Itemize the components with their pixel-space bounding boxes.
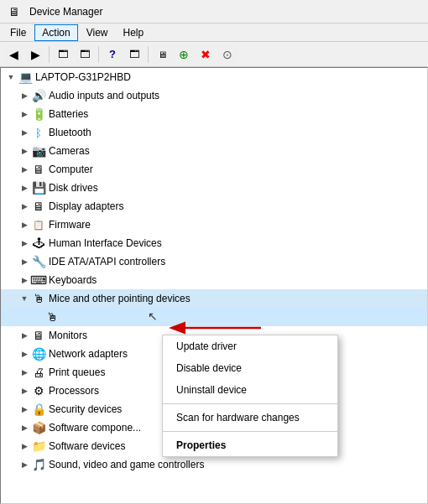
toolbar-btn-update[interactable]: ⊙: [217, 44, 237, 65]
mice-sub-icon: 🖱: [44, 309, 60, 325]
toolbar-btn-7[interactable]: 🖥: [152, 44, 172, 65]
keyboard-icon: ⌨: [31, 273, 46, 288]
item-label: IDE ATA/ATAPI controllers: [49, 256, 165, 268]
menu-file[interactable]: File: [3, 25, 33, 40]
item-label: Computer: [49, 164, 93, 175]
swdev-icon: 📁: [31, 439, 46, 454]
toolbar-btn-remove[interactable]: ✖: [196, 44, 216, 65]
toolbar: ◀ ▶ 🗔 🗔 ? 🗔 🖥 ⊕ ✖ ⊙: [0, 42, 428, 67]
expand-icon: ▶: [18, 384, 31, 397]
expand-icon: ▶: [18, 458, 31, 471]
expand-icon: ▶: [18, 144, 31, 158]
list-item[interactable]: ▶ 🔊 Audio inputs and outputs: [1, 86, 427, 105]
menu-view[interactable]: View: [80, 25, 115, 40]
title-bar: 🖥 Device Manager: [0, 0, 428, 23]
scan-hardware-item[interactable]: Scan for hardware changes: [163, 407, 337, 429]
ide-icon: 🔧: [31, 254, 46, 269]
mice-item[interactable]: ▼ 🖱 Mice and other pointing devices: [1, 289, 427, 308]
tree-root[interactable]: ▼ 💻 LAPTOP-G31P2HBD: [1, 68, 427, 86]
expand-icon: [31, 310, 44, 324]
list-item[interactable]: ▶ ᛒ Bluetooth: [1, 123, 427, 142]
expand-icon: ▶: [18, 329, 31, 342]
properties-item[interactable]: Properties: [163, 434, 337, 456]
processor-icon: ⚙: [31, 383, 46, 398]
list-item[interactable]: ▶ 🔧 IDE ATA/ATAPI controllers: [1, 252, 427, 271]
bluetooth-icon: ᛒ: [31, 125, 46, 140]
list-item[interactable]: ▶ 💾 Disk drives: [1, 179, 427, 197]
toolbar-btn-4[interactable]: 🗔: [75, 44, 95, 65]
list-item[interactable]: ▶ ⌨ Keyboards: [1, 271, 427, 289]
expand-icon: ▶: [18, 200, 31, 213]
expand-icon: ▶: [18, 347, 31, 361]
mice-subitem[interactable]: 🖱 ↖: [1, 308, 427, 326]
expand-icon: ▶: [18, 218, 31, 231]
item-label: Software compone...: [49, 422, 141, 434]
list-item[interactable]: ▶ 🖥 Display adapters: [1, 197, 427, 216]
disable-device-item[interactable]: Disable device: [163, 357, 337, 379]
mice-icon: 🖱: [31, 291, 46, 306]
expand-icon: ▶: [18, 126, 31, 139]
expand-icon: ▶: [18, 403, 31, 416]
toolbar-btn-add[interactable]: ⊕: [174, 44, 194, 65]
window-title: Device Manager: [29, 6, 102, 18]
update-driver-item[interactable]: Update driver: [163, 335, 337, 357]
cameras-icon: 📷: [31, 143, 46, 158]
uninstall-device-item[interactable]: Uninstall device: [163, 379, 337, 401]
root-label: LAPTOP-G31P2HBD: [35, 71, 131, 83]
disk-icon: 💾: [31, 180, 46, 195]
help-button[interactable]: ?: [102, 44, 123, 65]
expand-icon: ▼: [18, 292, 31, 305]
toolbar-sep-2: [98, 46, 99, 63]
toolbar-sep-1: [49, 46, 50, 63]
expand-icon: ▶: [18, 255, 31, 268]
root-expand-icon: ▼: [4, 70, 18, 84]
batteries-icon: 🔋: [31, 107, 46, 122]
device-tree[interactable]: ▼ 💻 LAPTOP-G31P2HBD ▶ 🔊 Audio inputs and…: [0, 67, 428, 504]
item-label: Monitors: [49, 330, 87, 341]
list-item[interactable]: ▶ 🎵 Sound, video and game controllers: [1, 455, 427, 474]
toolbar-btn-6[interactable]: 🗔: [124, 44, 144, 65]
expand-icon: ▶: [18, 273, 31, 287]
menu-action[interactable]: Action: [34, 24, 77, 41]
expand-icon: ▶: [18, 236, 31, 250]
list-item[interactable]: ▶ 📷 Cameras: [1, 142, 427, 160]
root-icon: 💻: [18, 70, 33, 85]
expand-icon: ▶: [18, 439, 31, 453]
network-icon: 🌐: [31, 346, 46, 361]
computer-icon: 🖥: [31, 162, 46, 177]
item-label: Human Interface Devices: [49, 237, 162, 249]
item-label: Software devices: [49, 440, 125, 452]
sound-icon: 🎵: [31, 457, 46, 472]
expand-icon: ▶: [18, 421, 31, 434]
item-label: Firmware: [49, 219, 91, 231]
toolbar-sep-3: [148, 46, 149, 63]
item-label: Security devices: [49, 403, 122, 415]
app-icon: 🖥: [7, 4, 22, 19]
back-button[interactable]: ◀: [3, 44, 23, 65]
list-item[interactable]: ▶ 🔋 Batteries: [1, 105, 427, 123]
monitors-icon: 🖥: [31, 328, 46, 343]
item-label: Print queues: [49, 366, 105, 378]
item-label: Sound, video and game controllers: [49, 459, 204, 470]
list-item[interactable]: ▶ 🖥 Computer: [1, 160, 427, 179]
expand-icon: ▶: [18, 163, 31, 176]
item-label: Batteries: [49, 108, 88, 120]
expand-icon: ▶: [18, 181, 31, 195]
item-label: Keyboards: [49, 274, 97, 286]
security-icon: 🔒: [31, 402, 46, 417]
menu-help[interactable]: Help: [117, 25, 151, 40]
list-item[interactable]: ▶ 🕹 Human Interface Devices: [1, 234, 427, 252]
item-label: Network adapters: [49, 348, 128, 360]
item-label: Disk drives: [49, 182, 98, 194]
list-item[interactable]: ▶ 📋 Firmware: [1, 216, 427, 234]
forward-button[interactable]: ▶: [25, 44, 45, 65]
expand-icon: ▶: [18, 366, 31, 379]
expand-icon: ▶: [18, 107, 31, 121]
menu-bar: File Action View Help: [0, 23, 428, 42]
toolbar-btn-3[interactable]: 🗔: [53, 44, 73, 65]
item-label: Display adapters: [49, 200, 123, 212]
ctx-separator-2: [163, 431, 337, 432]
item-label: Cameras: [49, 145, 90, 157]
item-label: Audio inputs and outputs: [49, 90, 159, 101]
audio-icon: 🔊: [31, 88, 46, 103]
